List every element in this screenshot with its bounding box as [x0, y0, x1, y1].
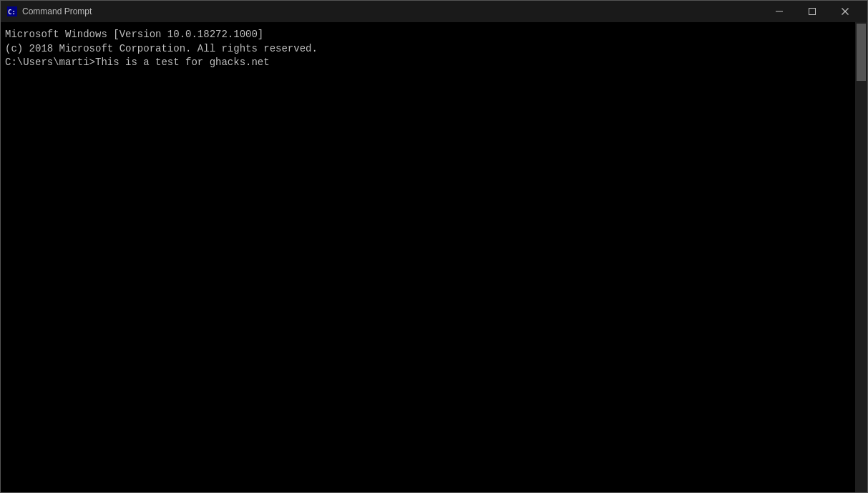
- window-title: Command Prompt: [22, 6, 763, 16]
- cmd-icon: C:: [6, 6, 18, 17]
- cmd-window: C: Command Prompt: [0, 0, 868, 493]
- window-controls: [763, 1, 862, 22]
- terminal-line-2: (c) 2018 Microsoft Corporation. All righ…: [5, 42, 849, 57]
- scrollbar-thumb[interactable]: [857, 24, 866, 81]
- terminal-line-4: C:\Users\marti>This is a test for ghacks…: [5, 56, 849, 70]
- maximize-button[interactable]: [796, 1, 829, 22]
- titlebar: C: Command Prompt: [1, 1, 867, 22]
- scrollbar[interactable]: [855, 22, 867, 492]
- svg-rect-2: [776, 11, 783, 12]
- svg-text:C:: C:: [8, 9, 16, 16]
- minimize-button[interactable]: [763, 1, 796, 22]
- terminal-line-1: Microsoft Windows [Version 10.0.18272.10…: [5, 28, 849, 42]
- svg-rect-3: [809, 9, 816, 15]
- terminal-body[interactable]: Microsoft Windows [Version 10.0.18272.10…: [1, 22, 855, 492]
- close-button[interactable]: [829, 1, 862, 22]
- content-area[interactable]: Microsoft Windows [Version 10.0.18272.10…: [1, 22, 867, 492]
